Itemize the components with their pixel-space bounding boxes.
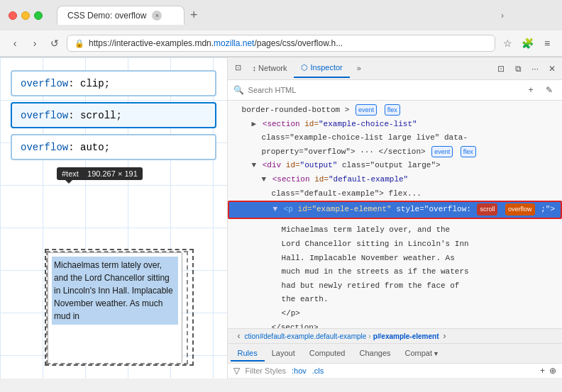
devtools-panel: ⊡ ↕ Network ⬡ Inspector » ⊡ ⧉ ··· ✕ 🔍 <box>228 57 562 379</box>
browser-chrome: CSS Demo: overflow × + › ‹ › ↺ 🔒 https:/… <box>0 0 562 57</box>
nav-bar: ‹ › ↺ 🔒 https://interactive-examples.mdn… <box>0 30 562 57</box>
filter-icon: ▽ <box>233 366 240 376</box>
tab-layout[interactable]: Layout <box>265 346 302 362</box>
breadcrumb-item[interactable]: ction#default-example.default-example <box>245 332 367 340</box>
bookmark-button[interactable]: ☆ <box>500 35 515 51</box>
tree-line[interactable]: Michaelmas term lately over, and the <box>228 223 562 237</box>
network-icon: ↕ <box>253 64 257 72</box>
tab-rules[interactable]: Rules <box>231 346 265 362</box>
tab-network[interactable]: ↕ Network <box>246 60 294 78</box>
tree-line[interactable]: class="example-choice-list large live" d… <box>228 131 562 145</box>
tab-title: CSS Demo: overflow <box>67 11 146 21</box>
tooltip-dimensions: 190.267 × 191 <box>87 169 138 178</box>
popout-devtools-button[interactable]: ⧉ <box>511 62 525 76</box>
breadcrumb-bar: ‹ ction#default-example.default-example … <box>228 328 562 344</box>
tab-computed[interactable]: Computed <box>302 346 353 362</box>
overflow-auto-option[interactable]: overflow: auto; <box>11 134 216 160</box>
tree-line[interactable]: ▼ <section id="default-example" <box>228 173 562 187</box>
refresh-button[interactable]: ↺ <box>47 35 62 51</box>
tree-line[interactable]: had but newly retired from the face of <box>228 279 562 293</box>
more-options-button[interactable]: ··· <box>528 62 542 76</box>
tree-line[interactable]: property="overflow"> ··· </section> even… <box>228 145 562 159</box>
url-text: https://interactive-examples.mdn.mozilla… <box>89 38 343 48</box>
cursor-icon: ⊡ <box>235 63 241 72</box>
url-bar[interactable]: 🔒 https://interactive-examples.mdn.mozil… <box>67 35 495 52</box>
breadcrumb-item-current[interactable]: p#example-element <box>373 332 439 340</box>
breadcrumb-back-button[interactable]: ‹ <box>233 330 245 342</box>
lock-icon: 🔒 <box>75 39 84 48</box>
minimize-window-button[interactable] <box>21 11 30 20</box>
tab-compat[interactable]: Compat▼ <box>398 346 446 362</box>
collapse-icon[interactable]: ▼ <box>252 161 257 169</box>
filter-actions: + ⊕ <box>540 366 556 376</box>
tab-bar: CSS Demo: overflow × + › <box>48 6 553 25</box>
overflow-badge: overflow <box>505 203 535 215</box>
collapse-icon[interactable]: ▼ <box>262 175 267 184</box>
tree-line[interactable]: Lord Chancellor sitting in Lincoln's Inn <box>228 237 562 252</box>
demo-output-inner[interactable]: Michaelmas term lately over, and the Lor… <box>48 252 182 364</box>
devtools-tab-actions: ⊡ ⧉ ··· ✕ <box>494 62 559 76</box>
new-tab-button[interactable]: + <box>190 8 198 23</box>
filter-label: Filter Styles <box>246 366 286 375</box>
menu-button[interactable]: ≡ <box>539 35 555 51</box>
tree-line[interactable]: Hall. Implacable November weather. As <box>228 252 562 266</box>
tree-line[interactable]: ▼ <div id="output" class="output large"> <box>228 159 562 173</box>
close-window-button[interactable] <box>9 11 17 20</box>
element-tooltip: #text 190.267 × 191 <box>57 167 143 180</box>
tree-line[interactable]: much mud in the streets as if the waters <box>228 265 562 279</box>
search-icon: 🔍 <box>233 85 244 95</box>
traffic-lights <box>9 11 43 20</box>
class-pseudo-button[interactable]: .cls <box>312 366 324 375</box>
html-search-bar: 🔍 + ✎ <box>228 80 562 101</box>
demo-options: overflow: clip; overflow: scroll; overfl… <box>0 57 227 173</box>
tree-line[interactable]: </section> <box>228 321 562 329</box>
collapse-icon[interactable]: ▼ <box>273 205 278 213</box>
add-rule-button[interactable]: + <box>540 366 545 376</box>
main-content: overflow: clip; overflow: scroll; overfl… <box>0 57 562 379</box>
add-attribute-button[interactable]: + <box>524 83 538 97</box>
tab-cursor[interactable]: ⊡ <box>231 59 246 78</box>
bottom-tabs: Rules Layout Computed Changes Compat▼ <box>228 344 562 364</box>
breadcrumb-forward-button[interactable]: › <box>439 330 451 342</box>
tooltip-id: #text <box>62 169 79 178</box>
tree-line[interactable]: ▶ <section id="example-choice-list" <box>228 118 562 132</box>
tab-more-devtools[interactable]: » <box>350 60 368 78</box>
devtools-tabs: ⊡ ↕ Network ⬡ Inspector » ⊡ ⧉ ··· ✕ <box>228 57 562 80</box>
search-input[interactable] <box>248 86 519 94</box>
overflow-scroll-option[interactable]: overflow: scroll; <box>11 102 216 128</box>
inspector-icon: ⬡ <box>301 63 308 72</box>
forward-button[interactable]: › <box>27 35 43 51</box>
collapse-icon[interactable]: ▶ <box>252 120 257 128</box>
tab-chevron-icon: › <box>501 11 504 21</box>
copy-rule-button[interactable]: ⊕ <box>549 366 556 376</box>
active-tab[interactable]: CSS Demo: overflow × <box>57 6 184 25</box>
edit-html-button[interactable]: ✎ <box>542 83 556 97</box>
title-bar: CSS Demo: overflow × + › <box>0 0 562 30</box>
extensions-button[interactable]: 🧩 <box>519 35 535 51</box>
maximize-window-button[interactable] <box>34 11 43 20</box>
tree-line[interactable]: </p> <box>228 307 562 321</box>
demo-output[interactable]: Michaelmas term lately over, and the Lor… <box>46 251 188 364</box>
demo-panel: overflow: clip; overflow: scroll; overfl… <box>0 57 228 379</box>
close-devtools-button[interactable]: ✕ <box>545 62 559 76</box>
filter-bar: ▽ Filter Styles :hov .cls + ⊕ <box>228 364 562 379</box>
html-tree[interactable]: border-rounded-bottom > event flex ▶ <se… <box>228 101 562 328</box>
responsive-design-button[interactable]: ⊡ <box>494 62 508 76</box>
compat-dropdown-icon: ▼ <box>433 350 439 357</box>
tree-line[interactable]: the earth. <box>228 293 562 307</box>
breadcrumb-separator: › <box>368 332 370 340</box>
overflow-clip-option[interactable]: overflow: clip; <box>11 70 216 96</box>
selected-tree-line[interactable]: ▼ <p id="example-element" style="overflo… <box>228 201 562 219</box>
scroll-badge: scroll <box>477 203 497 215</box>
tree-line[interactable]: border-rounded-bottom > event flex <box>228 103 562 118</box>
tab-inspector[interactable]: ⬡ Inspector <box>294 59 349 78</box>
back-button[interactable]: ‹ <box>7 35 23 51</box>
tab-changes[interactable]: Changes <box>352 346 397 362</box>
hover-pseudo-button[interactable]: :hov <box>292 366 307 375</box>
demo-output-text: Michaelmas term lately over, and the Lor… <box>52 257 178 325</box>
tab-close-button[interactable]: × <box>152 11 162 21</box>
tree-line[interactable]: class="default-example"> flex... <box>228 187 562 201</box>
